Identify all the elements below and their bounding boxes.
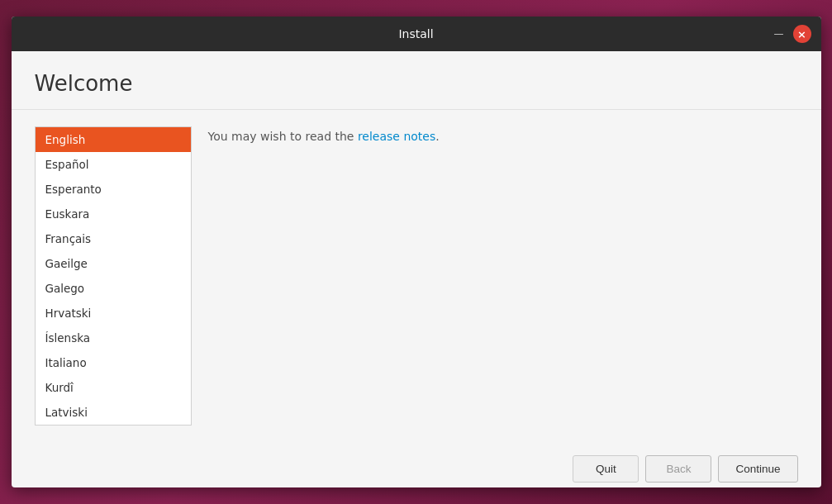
release-notes-suffix: .: [435, 130, 439, 143]
continue-button[interactable]: Continue: [718, 455, 797, 483]
language-item-espanol[interactable]: Español: [36, 152, 191, 177]
language-item-gaeilge[interactable]: Gaeilge: [36, 251, 191, 276]
back-button[interactable]: Back: [645, 455, 711, 483]
language-list[interactable]: English Español Esperanto Euskara França…: [35, 126, 192, 426]
language-item-esperanto[interactable]: Esperanto: [36, 177, 191, 202]
language-item-english[interactable]: English: [36, 127, 191, 152]
quit-button[interactable]: Quit: [573, 455, 639, 483]
release-notes-prefix: You may wish to read the: [208, 130, 358, 143]
release-notes-link[interactable]: release notes: [358, 130, 435, 143]
minimize-button[interactable]: [772, 26, 787, 41]
language-item-kurdi[interactable]: Kurdî: [36, 375, 191, 400]
main-content: English Español Esperanto Euskara França…: [12, 110, 821, 442]
language-item-italiano[interactable]: Italiano: [36, 350, 191, 375]
window-title: Install: [398, 27, 433, 40]
language-item-latviski[interactable]: Latviski: [36, 400, 191, 425]
language-item-islenska[interactable]: Íslenska: [36, 326, 191, 350]
close-button[interactable]: ×: [793, 25, 811, 43]
language-item-galego[interactable]: Galego: [36, 276, 191, 301]
language-item-euskara[interactable]: Euskara: [36, 202, 191, 226]
language-item-hrvatski[interactable]: Hrvatski: [36, 301, 191, 326]
language-item-francais[interactable]: Français: [36, 226, 191, 251]
titlebar-controls: ×: [772, 25, 811, 43]
footer: Quit Back Continue: [12, 442, 821, 487]
release-notes-text: You may wish to read the release notes.: [208, 130, 798, 143]
page-title: Welcome: [35, 71, 798, 96]
titlebar: × Install: [12, 17, 821, 51]
page-header: Welcome: [12, 51, 821, 110]
right-panel: You may wish to read the release notes.: [208, 126, 798, 426]
button-row: Quit Back Continue: [35, 455, 798, 483]
install-window: × Install Welcome English Español Espera…: [12, 17, 821, 487]
